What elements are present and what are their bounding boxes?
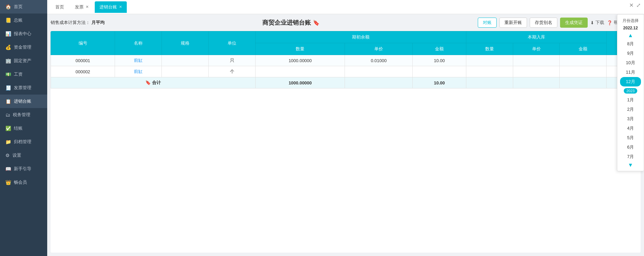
close-window-button[interactable]: ✕ — [629, 2, 634, 8]
sidebar-item-settings[interactable]: ⚙设置 — [0, 149, 47, 162]
sidebar-item-payroll[interactable]: 💵工资 — [0, 68, 47, 81]
year-2022-label: 2022.12 — [623, 25, 638, 32]
table-row: 000001 前缸 只 1000.00000 0.01000 10.00 — [51, 55, 641, 66]
sidebar-label-vip: 畅会员 — [14, 179, 27, 185]
reconcile-button[interactable]: 对账 — [478, 18, 497, 28]
total-opening-price — [345, 77, 413, 88]
name-link[interactable]: 前缸 — [134, 58, 143, 63]
col-sub-opening-price: 单价 — [345, 43, 413, 55]
funds-icon: 💰 — [5, 45, 11, 50]
month-7[interactable]: 7月 — [617, 152, 644, 161]
save-alias-button[interactable]: 存货别名 — [530, 18, 557, 28]
tab-close-purchase-sales[interactable]: ✕ — [119, 5, 122, 9]
reports-icon: 📊 — [5, 31, 11, 36]
month-9[interactable]: 9月 — [617, 49, 644, 58]
maximize-window-button[interactable]: ⤢ — [636, 2, 641, 8]
tab-label-home: 首页 — [55, 4, 64, 10]
cell-unit: 个 — [209, 66, 256, 77]
tab-invoice[interactable]: 发票✕ — [70, 1, 93, 13]
title-area: 商贸企业进销台账 🔖 — [262, 19, 320, 27]
cell-in-qty — [466, 66, 513, 77]
sidebar-label-reports: 报表中心 — [14, 31, 31, 37]
month-6[interactable]: 6月 — [617, 143, 644, 152]
top-bar: 销售成本计算方法： 月平均 商贸企业进销台账 🔖 对账 重新开账 存货别名 生成… — [51, 18, 641, 28]
download-button[interactable]: ⬇ 下载 — [590, 20, 604, 26]
reopen-button[interactable]: 重新开账 — [499, 18, 527, 28]
assets-icon: 🏢 — [5, 58, 11, 63]
vip-icon: 👑 — [5, 180, 11, 185]
cell-opening-amount — [413, 66, 466, 77]
month-panel: 月份选择 2022.12 ▲ 8月 9月 10月 11月 12月 2023 1月… — [617, 14, 644, 171]
tab-label-purchase-sales: 进销台账 — [99, 4, 117, 10]
scroll-up-button[interactable]: ▲ — [628, 32, 633, 39]
total-in-qty — [466, 77, 513, 88]
month-10[interactable]: 10月 — [617, 58, 644, 68]
cell-in-qty — [466, 55, 513, 66]
cell-id: 000001 — [51, 55, 115, 66]
month-4[interactable]: 4月 — [617, 124, 644, 133]
scroll-down-button[interactable]: ▼ — [628, 161, 633, 169]
sidebar-item-vip[interactable]: 👑畅会员 — [0, 176, 47, 189]
tab-bar: 首页发票✕进销台账✕ — [47, 0, 644, 14]
cell-spec — [162, 55, 209, 66]
sidebar-label-invoice-mgmt: 发票管理 — [14, 85, 31, 91]
sidebar-item-home[interactable]: 🏠首页 — [0, 0, 47, 14]
cost-method-value: 月平均 — [91, 20, 105, 25]
month-5[interactable]: 5月 — [617, 133, 644, 143]
cell-id: 000002 — [51, 66, 115, 77]
total-in-price — [513, 77, 560, 88]
cost-method-label: 销售成本计算方法： — [51, 20, 90, 25]
cell-in-price — [513, 55, 560, 66]
sidebar-item-ledger[interactable]: 📒总账 — [0, 14, 47, 27]
sidebar-item-assets[interactable]: 🏢固定资产 — [0, 54, 47, 68]
cell-in-price — [513, 66, 560, 77]
download-icon: ⬇ — [590, 20, 594, 25]
col-sub-in-amount: 金额 — [560, 43, 607, 55]
sidebar-item-guide[interactable]: 📖新手引导 — [0, 162, 47, 176]
cell-opening-qty — [256, 66, 345, 77]
cell-opening-price — [345, 66, 413, 77]
tab-close-invoice[interactable]: ✕ — [86, 5, 89, 9]
col-header-id: 编号 — [51, 31, 115, 55]
sidebar-item-reports[interactable]: 📊报表中心 — [0, 27, 47, 41]
total-label: 🔖合计 — [51, 77, 256, 88]
month-8[interactable]: 8月 — [617, 39, 644, 49]
tab-home[interactable]: 首页 — [51, 1, 69, 13]
month-3[interactable]: 3月 — [617, 114, 644, 124]
col-group-opening: 期初余额 — [256, 31, 466, 43]
month-2[interactable]: 2月 — [617, 105, 644, 114]
sidebar-label-ledger: 总账 — [14, 17, 23, 23]
col-group-inbound: 本期入库 — [466, 31, 607, 43]
col-header-unit: 单位 — [209, 31, 256, 55]
cell-name[interactable]: 前缸 — [115, 66, 162, 77]
month-12-active[interactable]: 12月 — [620, 77, 641, 86]
sidebar-label-assets: 固定资产 — [14, 58, 31, 64]
sidebar-item-tax[interactable]: 🗂税务管理 — [0, 108, 47, 122]
cell-opening-price: 0.01000 — [345, 55, 413, 66]
sidebar-item-checkout[interactable]: ✅结账 — [0, 122, 47, 135]
sidebar-label-payroll: 工资 — [14, 71, 23, 77]
cell-name[interactable]: 前缸 — [115, 55, 162, 66]
month-1[interactable]: 1月 — [617, 95, 644, 105]
col-sub-in-qty: 数量 — [466, 43, 513, 55]
total-icon: 🔖 — [145, 80, 151, 85]
sidebar-item-archive[interactable]: 📁归档管理 — [0, 135, 47, 149]
month-11[interactable]: 11月 — [617, 68, 644, 77]
sidebar-item-funds[interactable]: 💰资金管理 — [0, 41, 47, 54]
ledger-icon: 📒 — [5, 18, 11, 23]
tab-purchase-sales[interactable]: 进销台账✕ — [95, 1, 127, 13]
cell-in-amount — [560, 66, 607, 77]
checkout-icon: ✅ — [5, 126, 11, 131]
name-link[interactable]: 前缸 — [134, 69, 143, 74]
bookmark-icon[interactable]: 🔖 — [313, 20, 320, 26]
month-panel-title: 月份选择 — [620, 17, 641, 25]
sidebar-item-invoice-mgmt[interactable]: 🧾发票管理 — [0, 81, 47, 95]
generate-voucher-button[interactable]: 生成凭证 — [560, 18, 588, 28]
page-title: 商贸企业进销台账 — [262, 19, 311, 27]
home-icon: 🏠 — [5, 4, 11, 9]
invoice-mgmt-icon: 🧾 — [5, 85, 11, 91]
data-table-wrapper: 编号 名称 规格 单位 期初余额 本期入库 数 数量 单价 金额 数量 单价 — [51, 31, 641, 253]
sidebar-label-funds: 资金管理 — [14, 44, 31, 50]
sidebar-label-checkout: 结账 — [14, 125, 23, 131]
sidebar-item-purchase-sales[interactable]: 📋进销台账 — [0, 95, 47, 108]
